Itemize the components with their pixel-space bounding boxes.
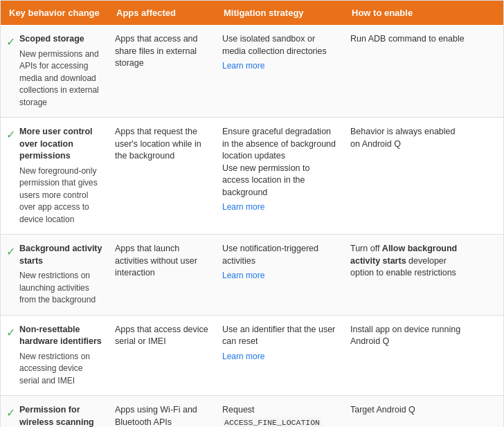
table-row: ✓ Permission for wireless scanning Acces… xyxy=(1,396,503,427)
mitigation-cell: Ensure graceful degradation in the absen… xyxy=(215,118,343,234)
learn-more-link[interactable]: Learn more xyxy=(222,60,264,72)
how-to-enable-cell: Behavior is always enabled on Android Q xyxy=(343,118,471,234)
mitigation-text: Use notification-triggered activities xyxy=(222,244,318,266)
behavior-desc: New restrictions on launching activities… xyxy=(19,271,96,305)
table-header: Key behavior change Apps affected Mitiga… xyxy=(1,1,503,25)
mitigation-cell: Use notification-triggered activities Le… xyxy=(215,235,343,315)
mitigation-cell: Use isolated sandbox or media collection… xyxy=(215,25,343,117)
apps-affected-cell: Apps that request the user's location wh… xyxy=(108,118,215,234)
header-apps-affected: Apps affected xyxy=(108,1,215,25)
learn-more-link[interactable]: Learn more xyxy=(222,201,264,213)
table-row: ✓ Scoped storage New permissions and API… xyxy=(1,25,503,118)
learn-more-link[interactable]: Learn more xyxy=(222,270,264,282)
key-behavior-cell-background: ✓ Background activity starts New restric… xyxy=(1,235,108,315)
table-row: ✓ Non-resettable hardware identifiers Ne… xyxy=(1,316,503,397)
behavior-title: Permission for wireless scanning xyxy=(19,404,102,427)
mitigation-prefix: Request xyxy=(222,405,255,415)
mitigation-cell: Request ACCESS_FINE_LOCATION permission … xyxy=(215,396,343,427)
apps-affected-cell: Apps that launch activities without user… xyxy=(108,235,215,315)
how-to-enable-cell: Target Android Q xyxy=(343,396,471,427)
behavior-title: Non-resettable hardware identifiers xyxy=(19,324,102,348)
check-icon: ✓ xyxy=(6,35,15,109)
key-behavior-cell-location: ✓ More user control over location permis… xyxy=(1,118,108,234)
mitigation-text-line2: Use new permission to access location in… xyxy=(222,163,309,197)
table-row: ✓ Background activity starts New restric… xyxy=(1,235,503,316)
behavior-desc: New foreground-only permission that give… xyxy=(19,166,98,224)
key-behavior-cell-hardware: ✓ Non-resettable hardware identifiers Ne… xyxy=(1,316,108,396)
how-to-enable-cell: Run ADB command to enable xyxy=(343,25,471,117)
behavior-title: Background activity starts xyxy=(19,243,102,267)
key-behavior-cell-wireless: ✓ Permission for wireless scanning Acces… xyxy=(1,396,108,427)
how-to-enable-cell: Install app on device running Android Q xyxy=(343,316,471,396)
learn-more-link[interactable]: Learn more xyxy=(222,351,264,363)
mitigation-text-line1: Ensure graceful degradation in the absen… xyxy=(222,127,336,161)
check-icon: ✓ xyxy=(6,244,15,307)
key-behavior-cell-scoped-storage: ✓ Scoped storage New permissions and API… xyxy=(1,25,108,117)
apps-affected-cell: Apps that access and share files in exte… xyxy=(108,25,215,117)
header-how-to-enable: How to enable xyxy=(343,1,471,25)
bold-text: Allow background activity starts xyxy=(350,244,457,266)
behavior-title: Scoped storage xyxy=(19,33,102,46)
behavior-desc: New restrictions on accessing device ser… xyxy=(19,352,90,385)
header-key-behavior: Key behavior change xyxy=(1,1,108,25)
check-icon: ✓ xyxy=(6,406,15,427)
check-icon: ✓ xyxy=(6,325,15,388)
mitigation-cell: Use an identifier that the user can rese… xyxy=(215,316,343,396)
behavior-title: More user control over location permissi… xyxy=(19,126,102,163)
apps-affected-cell: Apps using Wi-Fi and Bluetooth APIs xyxy=(108,396,215,427)
header-mitigation: Mitigation strategy xyxy=(215,1,343,25)
check-icon: ✓ xyxy=(6,127,15,226)
behavior-changes-table: Key behavior change Apps affected Mitiga… xyxy=(0,0,504,427)
behavior-desc: New permissions and APIs for accessing m… xyxy=(19,49,99,107)
mitigation-text: Use an identifier that the user can rese… xyxy=(222,325,335,347)
mitigation-code: ACCESS_FINE_LOCATION xyxy=(222,417,322,428)
table-row: ✓ More user control over location permis… xyxy=(1,118,503,235)
how-to-enable-cell: Turn off Allow background activity start… xyxy=(343,235,471,315)
apps-affected-cell: Apps that access device serial or IMEI xyxy=(108,316,215,396)
